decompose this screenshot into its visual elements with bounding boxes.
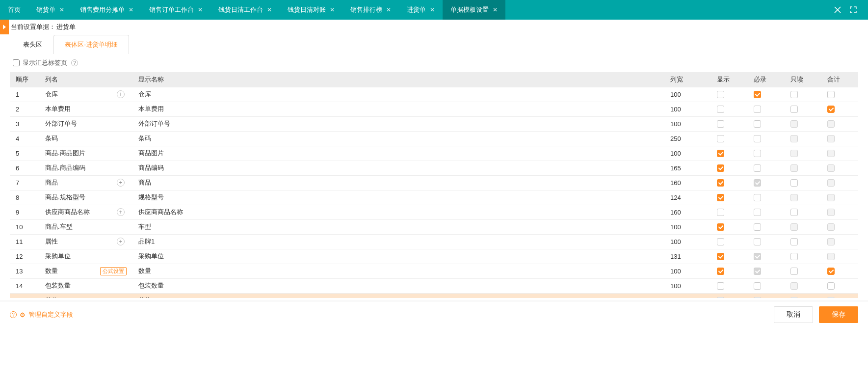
tab-6[interactable]: 销售排行榜✕ [342, 0, 399, 20]
tab-4[interactable]: 钱货日清工作台✕ [210, 0, 280, 20]
checkbox[interactable] [790, 253, 798, 260]
fullscreen-button[interactable] [846, 0, 860, 20]
cell-display[interactable]: 供应商商品名称 [132, 205, 664, 219]
tab-close-icon[interactable]: ✕ [59, 6, 64, 13]
checkbox[interactable] [717, 268, 724, 275]
tab-0[interactable]: 首页 [0, 0, 28, 20]
checkbox[interactable] [754, 164, 761, 172]
th-display[interactable]: 显示名称 [132, 72, 664, 87]
checkbox[interactable] [717, 106, 724, 113]
table-row[interactable]: 15单位2单位2100 [10, 293, 858, 298]
tab-close-icon[interactable]: ✕ [330, 6, 335, 13]
cell-width[interactable]: 100 [664, 234, 711, 249]
tab-5[interactable]: 钱货日清对账✕ [280, 0, 342, 20]
tab-8[interactable]: 单据模板设置✕ [443, 0, 505, 20]
checkbox[interactable] [754, 238, 761, 245]
cell-display[interactable]: 规格型号 [132, 190, 664, 205]
table-row[interactable]: 11属性+品牌1100 [10, 234, 858, 249]
checkbox[interactable] [827, 268, 835, 275]
subtab-0[interactable]: 表头区 [12, 35, 53, 54]
th-seq[interactable]: 顺序 [10, 72, 39, 87]
footer-help-icon[interactable]: ? [10, 311, 17, 318]
manage-custom-fields-link[interactable]: 管理自定义字段 [28, 310, 73, 319]
th-show[interactable]: 显示 [711, 72, 748, 87]
tab-3[interactable]: 销售订单工作台✕ [141, 0, 210, 20]
checkbox[interactable] [717, 282, 724, 290]
checkbox[interactable] [754, 106, 761, 113]
show-summary-checkbox[interactable] [13, 59, 20, 66]
tab-close-icon[interactable]: ✕ [198, 6, 203, 13]
add-child-icon[interactable]: + [117, 208, 125, 216]
cell-display[interactable]: 商品图片 [132, 146, 664, 161]
close-all-tabs-button[interactable] [831, 0, 844, 20]
add-child-icon[interactable]: + [117, 90, 125, 98]
checkbox[interactable] [717, 194, 724, 201]
cell-display[interactable]: 单位2 [132, 293, 664, 298]
checkbox[interactable] [717, 223, 724, 231]
tab-7[interactable]: 进货单✕ [399, 0, 443, 20]
th-readonly[interactable]: 只读 [785, 72, 821, 87]
checkbox[interactable] [790, 106, 798, 113]
cell-display[interactable]: 数量 [132, 264, 664, 278]
cell-display[interactable]: 品牌1 [132, 234, 664, 249]
breadcrumb-expand-icon[interactable] [0, 20, 9, 34]
table-row[interactable]: 3外部订单号外部订单号100 [10, 116, 858, 131]
add-child-icon[interactable]: + [117, 238, 125, 245]
cell-display[interactable]: 仓库 [132, 87, 664, 102]
checkbox[interactable] [790, 209, 798, 216]
tab-close-icon[interactable]: ✕ [430, 6, 435, 13]
cell-display[interactable]: 商品编码 [132, 161, 664, 175]
cell-display[interactable]: 条码 [132, 131, 664, 146]
cell-width[interactable]: 100 [664, 146, 711, 161]
cell-display[interactable]: 外部订单号 [132, 116, 664, 131]
checkbox[interactable] [754, 297, 761, 298]
cell-width[interactable]: 100 [664, 219, 711, 234]
checkbox[interactable] [717, 179, 724, 187]
cell-width[interactable]: 124 [664, 190, 711, 205]
table-row[interactable]: 12采购单位采购单位131 [10, 249, 858, 264]
table-scroll-region[interactable]: 顺序 列名 显示名称 列宽 显示 必录 只读 合计 1仓库+仓库1002本单费用… [10, 72, 858, 298]
tab-close-icon[interactable]: ✕ [493, 6, 498, 13]
checkbox[interactable] [754, 91, 761, 98]
th-sum[interactable]: 合计 [821, 72, 858, 87]
cell-width[interactable]: 165 [664, 161, 711, 175]
table-row[interactable]: 5商品.商品图片商品图片100 [10, 146, 858, 161]
checkbox[interactable] [754, 120, 761, 128]
checkbox[interactable] [754, 223, 761, 231]
checkbox[interactable] [827, 106, 835, 113]
table-row[interactable]: 1仓库+仓库100 [10, 87, 858, 102]
checkbox[interactable] [754, 150, 761, 157]
checkbox[interactable] [827, 91, 835, 98]
cell-width[interactable]: 100 [664, 278, 711, 293]
checkbox[interactable] [790, 238, 798, 245]
checkbox[interactable] [717, 209, 724, 216]
cell-width[interactable]: 100 [664, 264, 711, 278]
checkbox[interactable] [717, 297, 724, 298]
table-row[interactable]: 9供应商商品名称+供应商商品名称160 [10, 205, 858, 219]
table-row[interactable]: 4条码条码250 [10, 131, 858, 146]
cell-width[interactable]: 100 [664, 116, 711, 131]
checkbox[interactable] [717, 164, 724, 172]
add-child-icon[interactable]: + [117, 179, 125, 187]
checkbox[interactable] [754, 282, 761, 290]
checkbox[interactable] [717, 238, 724, 245]
cell-display[interactable]: 采购单位 [132, 249, 664, 264]
th-width[interactable]: 列宽 [664, 72, 711, 87]
checkbox[interactable] [717, 253, 724, 260]
cell-width[interactable]: 250 [664, 131, 711, 146]
table-row[interactable]: 13数量公式设置数量100 [10, 264, 858, 278]
help-icon[interactable]: ? [71, 59, 78, 66]
formula-badge[interactable]: 公式设置 [100, 267, 127, 275]
cell-display[interactable]: 商品 [132, 175, 664, 190]
th-name[interactable]: 列名 [39, 72, 132, 87]
checkbox[interactable] [827, 282, 835, 290]
cell-width[interactable]: 160 [664, 175, 711, 190]
checkbox[interactable] [717, 150, 724, 157]
th-required[interactable]: 必录 [748, 72, 785, 87]
tab-close-icon[interactable]: ✕ [386, 6, 391, 13]
checkbox[interactable] [790, 268, 798, 275]
cell-display[interactable]: 车型 [132, 219, 664, 234]
cancel-button[interactable]: 取消 [774, 306, 813, 323]
checkbox[interactable] [754, 209, 761, 216]
cell-width[interactable]: 100 [664, 293, 711, 298]
